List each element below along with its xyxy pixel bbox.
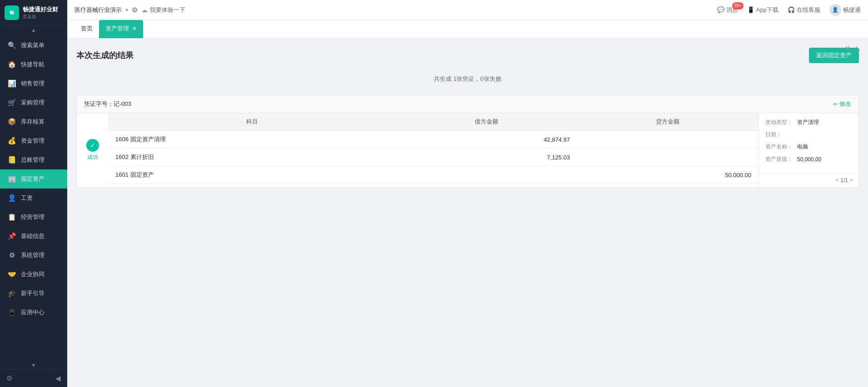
company-dropdown-icon[interactable]: ▾: [125, 7, 128, 13]
nav-icon-inventory: 📦: [7, 118, 16, 126]
voucher-body: ✓ 成功 科目 借方金额 贷方金额: [77, 113, 858, 187]
sidebar-item-basic-info[interactable]: 📌 基础信息: [0, 227, 67, 246]
cell-subject-2: 1601 固定资产: [108, 166, 396, 184]
next-page-icon[interactable]: >: [850, 177, 853, 184]
online-support-action[interactable]: 🎧 在线客服: [788, 6, 820, 14]
page-content: ✕ ⤡ 本次生成的结果 返回固定资产 共生成 1张凭证，0张失败 凭证字号：记-…: [67, 39, 868, 197]
settings-icon[interactable]: ⚙: [6, 374, 12, 382]
nav-icon-system: ⚙: [7, 251, 16, 259]
voucher-wrapper: ✕ ⤡ 本次生成的结果 返回固定资产 共生成 1张凭证，0张失败 凭证字号：记-…: [67, 39, 868, 387]
sidebar-scroll-up[interactable]: ▲: [0, 26, 67, 34]
app-download-action[interactable]: 📱 App下载: [747, 6, 779, 14]
nav-icon-corp-collab: 🤝: [7, 270, 16, 278]
nav-icon-business: 📋: [7, 213, 16, 221]
cloud-icon: ☁: [141, 6, 148, 14]
nav-label-inventory: 库存核算: [21, 118, 45, 126]
online-support-icon: 🎧: [788, 6, 795, 13]
nav-label-general-ledger: 总账管理: [21, 156, 45, 164]
logo-title: 畅捷通好业财: [23, 5, 58, 14]
tabs-bar: 首页 资产管理 ✕: [67, 20, 868, 39]
sidebar-item-purchase[interactable]: 🛒 采购管理: [0, 93, 67, 112]
nav-label-fixed-assets: 固定资产: [21, 175, 45, 183]
change-type-label: 变动类型：: [765, 119, 797, 126]
sidebar-item-general-ledger[interactable]: 📒 总账管理: [0, 150, 67, 169]
sidebar-item-app-center[interactable]: 📱 应用中心: [0, 303, 67, 322]
content-wrapper: ✕ ⤡ 本次生成的结果 返回固定资产 共生成 1张凭证，0张失败 凭证字号：记-…: [67, 39, 868, 387]
sidebar: 畅 畅捷通好业财 普及版 ▲ 🔍 搜索菜单 🏠 快捷导航 📊 销售管理 🛒 采购…: [0, 0, 67, 387]
user-action[interactable]: 👤 畅捷通: [829, 4, 861, 16]
messages-badge: 99+: [732, 2, 744, 10]
voucher-table: 科目 借方金额 贷方金额 1606 固定资产清理 42,874.97 1602 …: [108, 113, 759, 187]
nav-icon-finance: 💰: [7, 137, 16, 145]
tab-close-icon[interactable]: ✕: [132, 25, 137, 32]
sidebar-item-sales[interactable]: 📊 销售管理: [0, 74, 67, 93]
right-panel-inner: 变动类型： 资产清理 日期： 资产名称： 电脑: [759, 113, 858, 173]
close-panel-icon[interactable]: ✕: [844, 44, 850, 53]
nav-label-search: 搜索菜单: [21, 41, 45, 50]
nav-label-app-center: 应用中心: [21, 308, 45, 317]
sidebar-item-system[interactable]: ⚙ 系统管理: [0, 246, 67, 265]
tab-asset-mgmt-label: 资产管理: [105, 25, 129, 33]
sidebar-scroll-down[interactable]: ▼: [0, 361, 67, 369]
edit-button[interactable]: ✏ 修改: [833, 100, 851, 108]
expand-panel-icon[interactable]: ⤡: [855, 44, 861, 53]
success-icon: ✓: [86, 139, 99, 152]
col-credit: 贷方金额: [577, 113, 759, 131]
topbar-gear-icon[interactable]: ⚙: [132, 6, 138, 14]
table-row: 1602 累计折旧 7,125.03: [108, 149, 759, 166]
cell-debit-0: 42,874.97: [396, 131, 577, 149]
sidebar-item-quick-nav[interactable]: 🏠 快捷导航: [0, 55, 67, 74]
detail-date: 日期：: [765, 131, 852, 139]
user-avatar: 👤: [829, 4, 841, 16]
nav-icon-sales: 📊: [7, 79, 16, 88]
detail-asset-name: 资产名称： 电脑: [765, 143, 852, 151]
col-debit: 借方金额: [396, 113, 577, 131]
edit-icon: ✏: [833, 101, 838, 108]
tab-asset-mgmt[interactable]: 资产管理 ✕: [99, 20, 143, 38]
sidebar-item-corp-collab[interactable]: 🤝 企业协同: [0, 265, 67, 284]
messages-icon: 💬: [717, 6, 724, 13]
page-info: 1/1: [840, 177, 848, 184]
asset-value-label: 资产原值：: [765, 155, 797, 163]
app-download-icon: 📱: [747, 6, 754, 13]
cell-credit-0: [577, 131, 759, 149]
table-row: 1601 固定资产 50,000.00: [108, 166, 759, 184]
experience-button[interactable]: ☁ 我要体验一下: [141, 6, 185, 14]
nav-icon-quick-nav: 🏠: [7, 60, 16, 69]
voucher-number: 凭证字号：记-003: [84, 100, 131, 108]
collapse-icon[interactable]: ◀: [55, 374, 61, 382]
sidebar-item-finance[interactable]: 💰 资金管理: [0, 131, 67, 150]
sidebar-item-payroll[interactable]: 👤 工资: [0, 189, 67, 208]
success-label: 成功: [87, 154, 98, 161]
sidebar-item-inventory[interactable]: 📦 库存核算: [0, 112, 67, 131]
nav-icon-payroll: 👤: [7, 194, 16, 202]
nav-label-system: 系统管理: [21, 251, 45, 259]
main-wrapper: 医疗器械行业演示 ▾ ⚙ ☁ 我要体验一下 💬 消息 99+ 📱 App下载 🎧…: [67, 0, 868, 387]
logo-text: 畅捷通好业财 普及版: [23, 5, 58, 20]
messages-action[interactable]: 💬 消息 99+: [717, 6, 738, 14]
tab-home[interactable]: 首页: [74, 20, 99, 38]
nav-label-finance: 资金管理: [21, 137, 45, 145]
sidebar-item-guide[interactable]: 🎓 新手引导: [0, 284, 67, 303]
date-label: 日期：: [765, 131, 797, 139]
topbar: 医疗器械行业演示 ▾ ⚙ ☁ 我要体验一下 💬 消息 99+ 📱 App下载 🎧…: [67, 0, 868, 20]
nav-label-guide: 新手引导: [21, 289, 45, 298]
nav-label-sales: 销售管理: [21, 79, 45, 88]
nav-icon-app-center: 📱: [7, 308, 16, 317]
detail-asset-value: 资产原值： 50,000.00: [765, 155, 852, 163]
nav-icon-basic-info: 📌: [7, 232, 16, 240]
nav-label-purchase: 采购管理: [21, 99, 45, 107]
sidebar-item-search[interactable]: 🔍 搜索菜单: [0, 36, 67, 55]
nav-icon-general-ledger: 📒: [7, 156, 16, 164]
sidebar-item-business[interactable]: 📋 经营管理: [0, 208, 67, 227]
voucher-status: ✓ 成功: [77, 113, 108, 187]
sidebar-item-fixed-assets[interactable]: 🏢 固定资产: [0, 169, 67, 189]
right-panel: 变动类型： 资产清理 日期： 资产名称： 电脑: [759, 113, 858, 187]
online-support-label: 在线客服: [797, 6, 820, 14]
cell-subject-1: 1602 累计折旧: [108, 149, 396, 166]
nav-icon-purchase: 🛒: [7, 99, 16, 107]
prev-page-icon[interactable]: <: [835, 177, 838, 184]
sidebar-footer: ⚙ ◀: [0, 369, 67, 387]
pagination: < 1/1 >: [759, 173, 858, 187]
tab-home-label: 首页: [81, 25, 93, 33]
